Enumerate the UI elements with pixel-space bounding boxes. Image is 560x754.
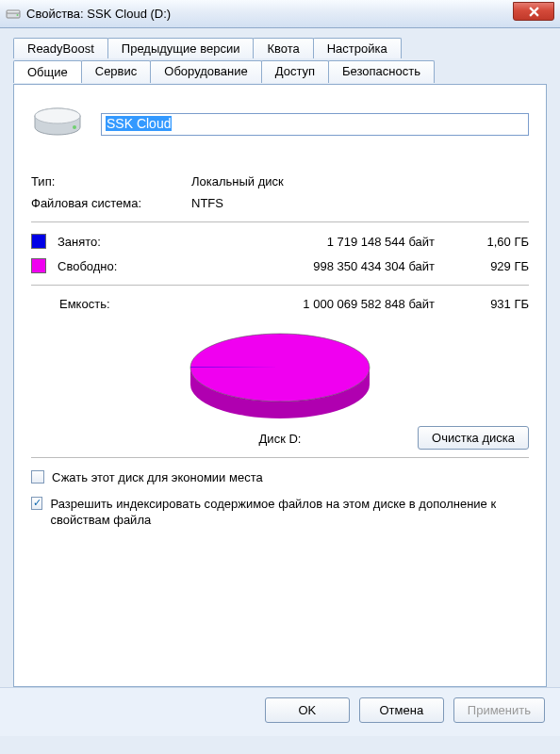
index-label: Разрешить индексировать содержимое файло… [50,496,529,529]
row-free: Свободно: 998 350 434 304 байт 929 ГБ [31,258,529,273]
drive-name-value: SSK Cloud [106,116,172,131]
cap-gb: 931 ГБ [463,297,529,311]
fs-label: Файловая система: [31,196,191,210]
tab-настройка[interactable]: Настройка [313,38,402,58]
tab-сервис[interactable]: Сервис [81,60,152,83]
used-swatch [31,234,46,249]
free-swatch [31,258,46,273]
index-checkbox-row[interactable]: ✓ Разрешить индексировать содержимое фай… [31,496,529,529]
compress-label: Сжать этот диск для экономии места [52,469,263,486]
cancel-button[interactable]: Отмена [359,697,444,723]
tab-panel-general: SSK Cloud Тип: Локальный диск Файловая с… [13,84,547,687]
fs-value: NTFS [191,196,223,210]
dialog-footer: OK Отмена Применить [0,687,560,736]
tab-общие[interactable]: Общие [13,60,82,83]
row-capacity: Емкость: 1 000 069 582 848 байт 931 ГБ [31,297,529,311]
tab-доступ[interactable]: Доступ [261,60,329,83]
drive-name-input[interactable]: SSK Cloud [101,113,529,136]
svg-point-4 [35,108,80,123]
type-value: Локальный диск [191,174,284,188]
ok-button[interactable]: OK [265,697,350,723]
separator [31,457,529,458]
used-bytes: 1 719 148 544 байт [171,235,463,249]
compress-checkbox-row[interactable]: Сжать этот диск для экономии места [31,469,529,486]
type-label: Тип: [31,174,191,188]
window-title: Свойства: SSK Cloud (D:) [26,7,171,21]
titlebar: Свойства: SSK Cloud (D:) [0,0,560,28]
tab-предыдущие версии[interactable]: Предыдущие версии [107,38,255,58]
drive-icon [6,7,21,22]
index-checkbox[interactable]: ✓ [31,497,42,510]
free-label: Свободно: [58,259,171,273]
tab-безопасность[interactable]: Безопасность [328,60,435,83]
tab-оборудование[interactable]: Оборудование [150,60,261,83]
disk-cleanup-button[interactable]: Очистка диска [418,426,529,450]
usage-pie-chart [31,324,529,428]
cap-label: Емкость: [59,297,171,311]
row-type: Тип: Локальный диск [31,174,529,188]
used-gb: 1,60 ГБ [463,235,529,249]
svg-rect-1 [7,10,20,13]
drive-icon-large [31,102,84,146]
row-used: Занято: 1 719 148 544 байт 1,60 ГБ [31,234,529,249]
tab-readyboost[interactable]: ReadyBoost [13,38,108,58]
svg-point-2 [17,14,19,16]
close-button[interactable] [513,2,554,21]
disk-label: Диск D: [259,432,302,446]
tab-strip: ReadyBoostПредыдущие версииКвотаНастройк… [13,38,547,85]
used-label: Занято: [58,235,171,249]
apply-button[interactable]: Применить [453,697,545,723]
free-bytes: 998 350 434 304 байт [171,259,463,273]
compress-checkbox[interactable] [31,470,44,484]
separator [31,285,529,286]
svg-point-5 [73,125,76,129]
separator [31,221,529,222]
tab-квота[interactable]: Квота [253,38,313,58]
free-gb: 929 ГБ [463,259,529,273]
cap-bytes: 1 000 069 582 848 байт [171,297,463,311]
row-filesystem: Файловая система: NTFS [31,196,529,210]
